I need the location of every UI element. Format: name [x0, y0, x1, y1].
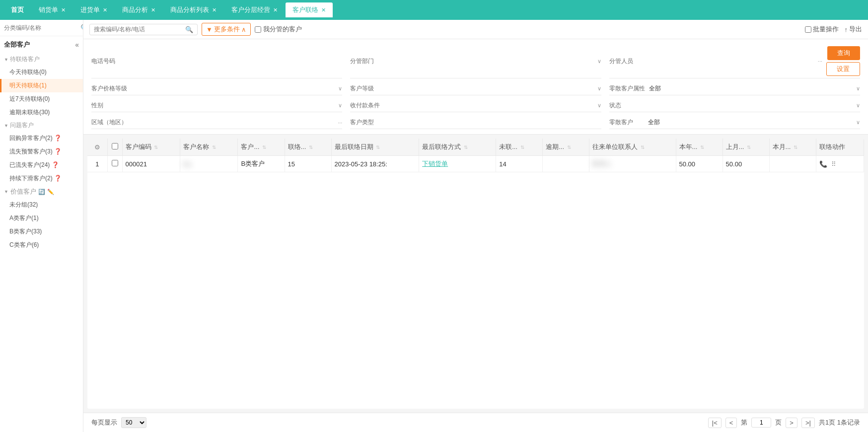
sidebar-item-overdue[interactable]: 逾期未联络(30) — [0, 106, 83, 119]
sidebar-item-7days[interactable]: 近7天待联络(0) — [0, 92, 83, 106]
filter-dept-label: 分管部门 — [350, 57, 385, 66]
nav-home[interactable]: 首页 — [4, 2, 31, 17]
sidebar-collapse-icon[interactable]: « — [75, 41, 79, 49]
filter-price-level-label: 客户价格等级 — [91, 84, 127, 93]
filter-retail-customer-value[interactable]: 全部 — [648, 118, 852, 127]
filter-manager-more-icon[interactable]: ··· — [818, 58, 822, 64]
action-call-icon[interactable]: 📞 — [819, 160, 827, 168]
sidebar-item-c[interactable]: C类客户(6) — [0, 238, 83, 252]
export-icon: ↑ — [845, 26, 848, 33]
col-name-sort-icon[interactable]: ⇅ — [212, 144, 216, 150]
page-last-btn[interactable]: >| — [801, 418, 815, 428]
nav-goods-analysis[interactable]: 商品分析 ✕ — [115, 2, 162, 17]
nav-goods-analysis-list[interactable]: 商品分析列表 ✕ — [163, 2, 223, 17]
nav-goods-analysis-close[interactable]: ✕ — [151, 7, 155, 13]
sidebar-item-warning[interactable]: 流失预警客户(3) ❓ — [0, 145, 83, 158]
col-last-month-sort-icon[interactable]: ⇅ — [747, 144, 751, 150]
more-conditions-btn[interactable]: ▼ 更多条件 ∧ — [202, 23, 251, 36]
sidebar-item-abnormal[interactable]: 回购异常客户(2) ❓ — [0, 132, 83, 145]
sidebar-item-b[interactable]: B类客户(33) — [0, 225, 83, 238]
search-icon[interactable]: 🔍 — [185, 26, 193, 33]
filter-status-dropdown-icon[interactable]: ∨ — [856, 102, 860, 109]
my-customers-label: 我分管的客户 — [263, 25, 302, 34]
col-not-contacted-sort-icon[interactable]: ⇅ — [520, 144, 524, 150]
sidebar-item-declining[interactable]: 持续下滑客户(2) ❓ — [0, 172, 83, 185]
page-size-select[interactable]: 50 100 200 — [121, 417, 146, 428]
sidebar-section-value: 价值客户 🔄 ✏️ — [0, 185, 83, 198]
filter-retail-customer-dropdown-icon[interactable]: ∨ — [856, 119, 860, 126]
nav-purchase[interactable]: 进货单 ✕ — [73, 2, 114, 17]
nav-customer-contact[interactable]: 客户联络 ✕ — [286, 2, 333, 17]
nav-sales[interactable]: 销货单 ✕ — [32, 2, 72, 17]
row-checkbox[interactable] — [112, 160, 118, 166]
col-this-month-sort-icon[interactable]: ⇅ — [794, 144, 797, 150]
sidebar-value-edit-icon[interactable]: ✏️ — [47, 189, 54, 195]
filter-customer-level-dropdown-icon[interactable]: ∨ — [597, 85, 601, 92]
batch-op-label: 批量操作 — [813, 25, 839, 34]
col-code-sort-icon[interactable]: ⇅ — [154, 144, 158, 150]
action-qr-icon[interactable]: ⠿ — [831, 160, 836, 168]
row-name[interactable]: Ea — [180, 156, 237, 172]
row-action: 📞 ⠿ — [816, 156, 864, 172]
page-next-btn[interactable]: > — [786, 418, 797, 428]
row-last-method-link[interactable]: 下销货单 — [422, 160, 448, 167]
my-customers-checkbox[interactable] — [255, 26, 261, 33]
col-company-contact-sort-icon[interactable]: ⇅ — [641, 144, 645, 150]
filter-retail-attr: 零散客户属性 全部 ∨ — [609, 82, 860, 95]
row-action-icons: 📞 ⠿ — [819, 160, 861, 168]
sidebar-search-input[interactable] — [4, 24, 78, 31]
nav-customer-contact-close[interactable]: ✕ — [321, 7, 326, 13]
row-num: 1 — [87, 156, 107, 172]
col-last-method-sort-icon[interactable]: ⇅ — [464, 144, 468, 150]
settings-button[interactable]: 设置 — [826, 62, 860, 76]
filter-dept: 分管部门 ∨ — [350, 44, 601, 78]
filter-retail-attr-value[interactable]: 全部 — [649, 84, 852, 93]
col-type-sort-icon[interactable]: ⇅ — [262, 144, 266, 150]
page-prev-btn[interactable]: < — [725, 418, 737, 428]
col-this-year-sort-icon[interactable]: ⇅ — [700, 144, 704, 150]
sidebar-value-refresh-icon[interactable]: 🔄 — [38, 189, 45, 195]
nav-customer-tier[interactable]: 客户分层经营 ✕ — [224, 2, 285, 17]
col-this-year-label: 本年... — [679, 143, 698, 150]
col-overdue-sort-icon[interactable]: ⇅ — [567, 144, 571, 150]
sidebar-item-a[interactable]: A类客户(1) — [0, 212, 83, 225]
nav-sales-close[interactable]: ✕ — [61, 7, 66, 13]
nav-customer-tier-close[interactable]: ✕ — [273, 7, 278, 13]
col-last-month: 上月... ⇅ — [723, 139, 769, 156]
table-select-all-checkbox[interactable] — [112, 143, 118, 149]
col-contact-count-sort-icon[interactable]: ⇅ — [309, 144, 313, 150]
row-code: 000021 — [122, 156, 180, 172]
search-input[interactable] — [94, 26, 183, 33]
col-type-label: 客户... — [241, 143, 259, 150]
nav-purchase-close[interactable]: ✕ — [103, 7, 107, 13]
batch-op-btn[interactable]: 批量操作 — [805, 25, 839, 34]
sidebar-item-tomorrow[interactable]: 明天待联络(1) — [0, 79, 83, 92]
batch-op-checkbox[interactable] — [805, 26, 811, 33]
nav-purchase-label: 进货单 — [80, 5, 100, 14]
filter-gender-dropdown-icon[interactable]: ∨ — [338, 102, 342, 109]
col-last-date: 最后联络日期 ⇅ — [331, 139, 419, 156]
col-company-contact: 往来单位联系人 ⇅ — [589, 139, 676, 156]
filter-dept-dropdown-icon[interactable]: ∨ — [597, 58, 601, 65]
sidebar-item-lost[interactable]: 已流失客户(24) ❓ — [0, 158, 83, 172]
sidebar-all-customers[interactable]: 全部客户 « — [0, 36, 83, 53]
table-settings-gear-icon[interactable]: ⚙ — [94, 144, 100, 151]
my-customers-checkbox-area[interactable]: 我分管的客户 — [255, 25, 302, 34]
query-button[interactable]: 查询 — [827, 46, 860, 60]
filter-area-more-icon[interactable]: ··· — [338, 120, 342, 126]
export-label: 导出 — [849, 25, 862, 34]
filter-gender: 性别 ∨ — [91, 99, 342, 112]
filter-payment-dropdown-icon[interactable]: ∨ — [597, 102, 601, 109]
export-btn[interactable]: ↑ 导出 — [845, 25, 863, 34]
sidebar-all-customers-label: 全部客户 — [4, 40, 30, 49]
page-input[interactable] — [751, 418, 771, 428]
sidebar-item-ungrouped[interactable]: 未分组(32) — [0, 198, 83, 212]
col-last-method-label: 最后联络方式 — [422, 143, 461, 150]
sidebar-item-today[interactable]: 今天待联络(0) — [0, 66, 83, 79]
filter-retail-attr-dropdown-icon[interactable]: ∨ — [856, 85, 860, 92]
filter-price-dropdown-icon[interactable]: ∨ — [338, 85, 342, 92]
page-first-btn[interactable]: |< — [708, 418, 722, 428]
col-overdue: 逾期... ⇅ — [543, 139, 589, 156]
col-last-date-sort-icon[interactable]: ⇅ — [376, 144, 380, 150]
nav-goods-analysis-list-close[interactable]: ✕ — [212, 7, 217, 13]
